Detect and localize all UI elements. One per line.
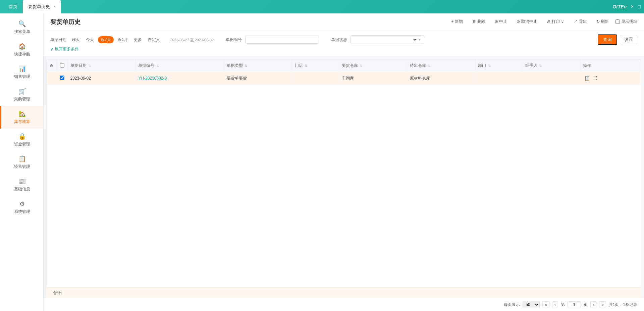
display-detail-toggle[interactable]: 显示明细 (615, 19, 637, 25)
doc-no-label: 单据编号 (226, 37, 242, 43)
data-table: ⚙ 单据日期 ⇅ 单据编号 ⇅ 单据类型 (47, 59, 641, 85)
row-more-btn[interactable]: ⠿ (593, 75, 599, 82)
page-unit: 页 (584, 302, 588, 308)
col-doc-date-label: 单据日期 (70, 63, 87, 68)
col-pending-warehouse-label: 待出仓库 (410, 63, 426, 68)
row-store (292, 72, 339, 85)
row-actions-cell: 📋 ⠿ (580, 72, 641, 85)
first-page-btn[interactable]: « (542, 301, 549, 308)
sidebar-item-quick-nav-label: 快捷导航 (14, 51, 30, 57)
add-button[interactable]: + 新增 (448, 17, 465, 26)
window-close-btn[interactable]: × (631, 4, 634, 10)
search-menu-icon: 🔍 (18, 20, 26, 28)
col-store-label: 门店 (295, 63, 303, 68)
next-page-btn[interactable]: › (590, 301, 596, 308)
footer-total-label: 合计: (53, 291, 62, 295)
sidebar-item-inventory[interactable]: 🏡 库存核算 (0, 106, 43, 129)
row-req-warehouse: 车间库 (339, 72, 407, 85)
status-select-wrap[interactable]: ▼ (351, 35, 424, 44)
sidebar-item-search-label: 搜索菜单 (14, 29, 30, 35)
cancel-stop-button[interactable]: ⊘ 取消中止 (514, 17, 540, 26)
sidebar-item-purchase[interactable]: 🛒 采购管理 (0, 84, 43, 106)
col-doc-no-sort: ⇅ (156, 64, 159, 68)
col-req-warehouse[interactable]: 要货仓库 ⇅ (339, 59, 407, 72)
quick-nav-icon: 🏠 (18, 43, 26, 50)
col-doc-type-label: 单据类型 (227, 63, 243, 68)
sidebar-item-quick-nav[interactable]: 🏠 快捷导航 (0, 39, 43, 61)
sidebar-item-purchase-label: 采购管理 (14, 96, 30, 102)
col-store[interactable]: 门店 ⇅ (292, 59, 339, 72)
print-button[interactable]: 🖨 打印 ∨ (544, 17, 567, 26)
row-doc-no-link[interactable]: YH-20230602-0 (138, 76, 167, 81)
row-doc-no[interactable]: YH-20230602-0 (136, 72, 224, 85)
col-handler[interactable]: 经手人 ⇅ (522, 59, 580, 72)
expand-more-icon: ∨ (50, 47, 53, 52)
col-pending-warehouse[interactable]: 待出仓库 ⇅ (407, 59, 475, 72)
col-doc-type[interactable]: 单据类型 ⇅ (224, 59, 292, 72)
display-detail-checkbox[interactable] (615, 19, 620, 24)
date-btn-custom[interactable]: 自定义 (146, 36, 162, 43)
select-all-checkbox[interactable] (60, 63, 64, 68)
row-checkbox[interactable] (60, 76, 64, 80)
prev-page-btn[interactable]: ‹ (552, 301, 558, 308)
sidebar-item-sales[interactable]: 📊 销售管理 (0, 61, 43, 84)
tab-requisition-history[interactable]: 要货单历史 × (23, 0, 61, 13)
date-btn-last7days[interactable]: 近7天 (98, 36, 114, 43)
finance-icon: 🔒 (18, 133, 26, 140)
col-store-sort: ⇅ (305, 64, 307, 68)
filter-row-1: 单据日期 昨天 今天 近7天 近1月 更多 自定义 2023-05-27 至 2… (50, 34, 637, 45)
col-doc-no[interactable]: 单据编号 ⇅ (136, 59, 224, 72)
current-page-input[interactable] (568, 301, 581, 308)
close-tab-icon[interactable]: × (53, 5, 55, 9)
row-pending-warehouse: 原材料仓库 (407, 72, 475, 85)
sidebar-item-search-menu[interactable]: 🔍 搜索菜单 (0, 16, 43, 39)
sidebar-item-system[interactable]: ⚙ 系统管理 (0, 196, 43, 219)
row-actions: 📋 ⠿ (583, 75, 638, 82)
purchase-icon: 🛒 (18, 88, 26, 95)
tab-home[interactable]: 首页 (3, 0, 23, 13)
row-edit-btn[interactable]: 📋 (583, 75, 591, 82)
col-doc-no-label: 单据编号 (138, 63, 154, 68)
col-department[interactable]: 部门 ⇅ (475, 59, 523, 72)
sidebar-item-system-label: 系统管理 (14, 209, 30, 215)
page-label: 第 (561, 302, 565, 308)
stop-button[interactable]: ⊘ 中止 (492, 17, 510, 26)
sidebar-item-finance[interactable]: 🔒 资金管理 (0, 129, 43, 151)
date-range-text: 2023-05-27 至 2023-06-02 (170, 38, 214, 43)
export-button[interactable]: ↗ 导出 (571, 17, 589, 26)
date-btn-yesterday[interactable]: 昨天 (70, 36, 82, 43)
date-btn-last1month[interactable]: 近1月 (116, 36, 130, 43)
col-doc-date[interactable]: 单据日期 ⇅ (67, 59, 136, 72)
date-filter: 单据日期 昨天 今天 近7天 近1月 更多 自定义 (50, 36, 162, 43)
settings-button[interactable]: 设置 (620, 35, 637, 44)
row-doc-date: 2023-06-02 (67, 72, 136, 85)
sales-icon: 📊 (18, 65, 26, 73)
date-filter-label: 单据日期 (50, 37, 66, 43)
sidebar-item-operations[interactable]: 📋 经营管理 (0, 151, 43, 174)
col-handler-sort: ⇅ (539, 64, 542, 68)
footer-area: 合计: (46, 288, 641, 298)
sidebar: 🔍 搜索菜单 🏠 快捷导航 📊 销售管理 🛒 采购管理 🏡 库存核算 🔒 资金管… (0, 13, 44, 311)
expand-more[interactable]: ∨ 展开更多条件 (50, 46, 637, 52)
query-button[interactable]: 查询 (598, 34, 617, 45)
refresh-button[interactable]: ↻ 刷新 (594, 17, 611, 26)
page-title: 要货单历史 (50, 18, 80, 26)
row-settings (47, 72, 57, 85)
brand-label: OfTEn (612, 4, 627, 9)
doc-no-input[interactable] (245, 36, 319, 44)
status-select[interactable] (354, 37, 418, 42)
row-handler (522, 72, 580, 85)
table-settings-col[interactable]: ⚙ (47, 59, 57, 72)
last-page-btn[interactable]: » (599, 301, 606, 308)
filter-area: 单据日期 昨天 今天 近7天 近1月 更多 自定义 2023-05-27 至 2… (44, 30, 644, 56)
date-btn-today[interactable]: 今天 (84, 36, 96, 43)
header-actions: + 新增 🗑 删除 ⊘ 中止 ⊘ 取消中止 🖨 打印 ∨ ↗ 导出 ↻ 刷新 显… (448, 17, 637, 26)
basic-info-icon: 📰 (18, 178, 26, 185)
page-size-select[interactable]: 50 20 100 200 (523, 301, 540, 308)
sidebar-item-basic-info[interactable]: 📰 基础信息 (0, 174, 43, 196)
delete-button[interactable]: 🗑 删除 (470, 17, 488, 26)
col-doc-type-sort: ⇅ (245, 64, 247, 68)
date-filter-btns: 昨天 今天 近7天 近1月 更多 自定义 (70, 36, 162, 43)
window-maximize-btn[interactable]: □ (638, 4, 641, 9)
date-btn-more[interactable]: 更多 (132, 36, 144, 43)
